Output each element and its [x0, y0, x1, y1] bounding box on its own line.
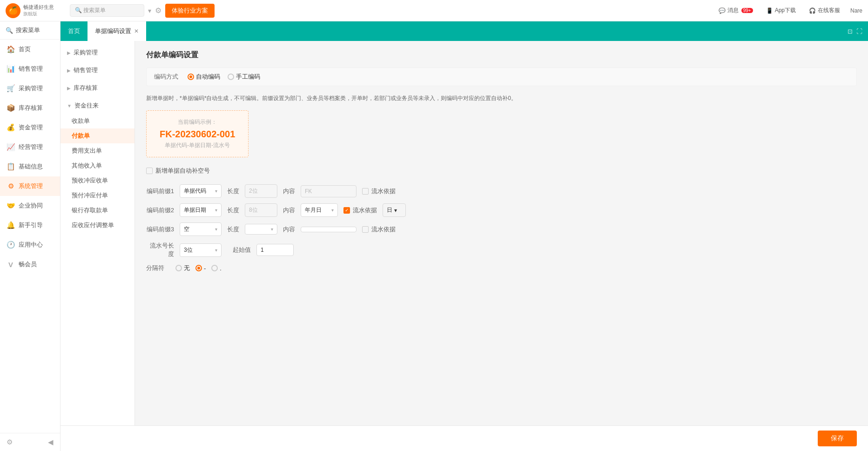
tab-expand-icon[interactable]: ⊡: [848, 28, 853, 35]
sidebar: 🔍 搜索菜单 🏠 首页 📊 销售管理 🛒 采购管理 📦 库存核算 💰 资金管理 …: [0, 21, 61, 451]
content3-label: 内容: [283, 225, 295, 234]
sub-sidebar-pre-receive[interactable]: 预收冲应收单: [61, 173, 135, 188]
sidebar-collapse-icon[interactable]: ◀: [48, 438, 54, 446]
serial2-checkbox[interactable]: ✓: [343, 207, 350, 214]
online-service-button[interactable]: 🎧 在线客服: [806, 5, 843, 16]
sub-sidebar-payment[interactable]: 付款单: [61, 128, 135, 143]
prefix2-select[interactable]: 单据日期 ▾: [180, 203, 222, 217]
day-select-arrow: ▾: [394, 207, 397, 214]
sub-sidebar-expense[interactable]: 费用支出单: [61, 143, 135, 158]
autofill-checkbox[interactable]: [146, 168, 153, 174]
length3-select-arrow: ▾: [271, 227, 273, 232]
purchase-icon: 🛒: [7, 84, 15, 93]
tab-bar-right: ⊡ ⛶: [848, 28, 868, 35]
length1-select: 2位: [245, 184, 277, 198]
code-preview-value: FK-20230602-001: [160, 129, 235, 140]
sidebar-item-basic[interactable]: 📋 基础信息: [0, 157, 60, 176]
main-content: 付款单编码设置 编码方式 自动编码 手工编码: [135, 41, 868, 425]
tab-home[interactable]: 首页: [61, 21, 87, 41]
serial-length-select[interactable]: 3位 ▾: [180, 243, 222, 257]
tab-fullscreen-icon[interactable]: ⛶: [856, 28, 862, 35]
sidebar-item-sales[interactable]: 📊 销售管理: [0, 59, 60, 79]
start-value-label: 起始值: [233, 246, 251, 254]
sub-sidebar-adjust[interactable]: 应收应付调整单: [61, 218, 135, 233]
sidebar-search[interactable]: 🔍 搜索菜单: [0, 21, 60, 40]
content3-input[interactable]: [301, 227, 357, 232]
encoding-method-row: 编码方式 自动编码 手工编码: [146, 67, 857, 86]
encoding-radio-group: 自动编码 手工编码: [188, 73, 260, 81]
save-button[interactable]: 保存: [818, 431, 857, 446]
enterprise-icon: 🤝: [7, 202, 15, 210]
settings-icon[interactable]: ⚙: [155, 6, 161, 15]
separator-dot-radio[interactable]: .: [211, 265, 222, 272]
code-preview-label: 当前编码示例：: [160, 118, 235, 126]
day-select[interactable]: 日 ▾: [383, 203, 406, 217]
form-row-prefix2: 编码前缀2 单据日期 ▾ 长度 8位 内容 年月日 ▾ ✓: [146, 203, 857, 217]
online-service-label: 在线客服: [818, 7, 840, 14]
member-icon: V: [7, 260, 15, 269]
sidebar-item-guide[interactable]: 🔔 新手引导: [0, 215, 60, 235]
dropdown-icon[interactable]: ▾: [148, 7, 151, 14]
basic-icon: 📋: [7, 162, 15, 171]
prefix1-select[interactable]: 单据代码 ▾: [180, 184, 222, 198]
notice-text: 新增单据时，*单据编码*自动生成，不可编辑。前缀设置为部门、业务员等档案类，开单…: [146, 94, 857, 103]
sub-sidebar-purchase[interactable]: ▶ 采购管理: [61, 45, 135, 61]
search-input[interactable]: 🔍 搜索菜单: [70, 4, 144, 17]
sidebar-item-finance[interactable]: 💰 资金管理: [0, 118, 60, 137]
sub-sidebar-receipt[interactable]: 收款单: [61, 114, 135, 128]
sidebar-item-purchase[interactable]: 🛒 采购管理: [0, 79, 60, 98]
app-download-button[interactable]: 📱 App下载: [763, 5, 799, 16]
code-preview-sub: 单据代码-单据日期-流水号: [160, 141, 235, 149]
auto-encode-radio-dot: [189, 75, 192, 78]
header-right: 💬 消息 99+ 📱 App下载 🎧 在线客服 Nare: [716, 5, 862, 16]
serial-length-row: 流水号长度 3位 ▾ 起始值 1: [146, 242, 857, 258]
length3-label: 长度: [227, 225, 239, 234]
form-row-prefix1: 编码前缀1 单据代码 ▾ 长度 2位 内容 FK 流水依据: [146, 184, 857, 198]
manual-encode-radio[interactable]: 手工编码: [228, 73, 260, 81]
sidebar-item-inventory[interactable]: 📦 库存核算: [0, 98, 60, 118]
sub-sidebar-bank[interactable]: 银行存取款单: [61, 203, 135, 218]
sub-sidebar-pre-pay[interactable]: 预付冲应付单: [61, 188, 135, 203]
sidebar-item-system[interactable]: ⚙ 系统管理: [0, 176, 60, 196]
sidebar-item-enterprise[interactable]: 🤝 企业协同: [0, 196, 60, 215]
separator-dash-radio[interactable]: -: [195, 265, 206, 272]
auto-encode-radio[interactable]: 自动编码: [188, 73, 220, 81]
serial3-checkbox[interactable]: [362, 226, 369, 233]
length3-select[interactable]: ▾: [245, 224, 277, 235]
tab-close-icon[interactable]: ✕: [134, 28, 139, 34]
logo-icon: 🍊: [6, 3, 20, 18]
serial1-checkbox[interactable]: [362, 188, 369, 195]
top-header: 🍊 畅捷通好生意 旗舰版 🔍 搜索菜单 ▾ ⚙ 体验行业方案 💬 消息 99+ …: [0, 0, 868, 21]
user-name[interactable]: Nare: [850, 7, 862, 14]
sidebar-settings-icon[interactable]: ⚙: [7, 438, 13, 446]
sidebar-item-member[interactable]: V 畅会员: [0, 255, 60, 274]
prefix3-select-arrow: ▾: [215, 227, 217, 232]
prefix3-label: 编码前缀3: [146, 225, 174, 234]
manual-encode-radio-circle: [228, 74, 234, 80]
content2-select-arrow: ▾: [331, 208, 334, 213]
serial2-checkbox-row: ✓ 流水依据: [343, 206, 377, 215]
guide-icon: 🔔: [7, 221, 15, 229]
prefix1-label: 编码前缀1: [146, 187, 174, 195]
prefix3-select[interactable]: 空 ▾: [180, 222, 222, 236]
message-button[interactable]: 💬 消息 99+: [716, 5, 756, 16]
sub-sidebar-other-income[interactable]: 其他收入单: [61, 158, 135, 173]
separator-label: 分隔符: [146, 264, 164, 272]
sub-sidebar-capital[interactable]: ▼ 资金往来: [61, 98, 135, 114]
search-icon: 🔍: [6, 27, 13, 34]
content2-select[interactable]: 年月日 ▾: [301, 203, 338, 217]
inventory-arrow: ▶: [67, 86, 71, 91]
sidebar-item-management[interactable]: 📈 经营管理: [0, 137, 60, 157]
finance-icon: 💰: [7, 123, 15, 132]
trial-button[interactable]: 体验行业方案: [165, 4, 215, 18]
sub-sidebar-sales[interactable]: ▶ 销售管理: [61, 62, 135, 78]
separator-none-radio[interactable]: 无: [175, 264, 190, 272]
system-icon: ⚙: [7, 182, 15, 190]
serial-length-arrow: ▾: [215, 248, 217, 253]
sidebar-item-home[interactable]: 🏠 首页: [0, 40, 60, 59]
start-value-input[interactable]: 1: [256, 244, 294, 256]
length1-label: 长度: [227, 187, 239, 195]
tab-encoding-settings[interactable]: 单据编码设置 ✕: [87, 21, 146, 41]
sub-sidebar-inventory[interactable]: ▶ 库存核算: [61, 80, 135, 96]
sidebar-item-app-center[interactable]: 🕐 应用中心: [0, 235, 60, 255]
